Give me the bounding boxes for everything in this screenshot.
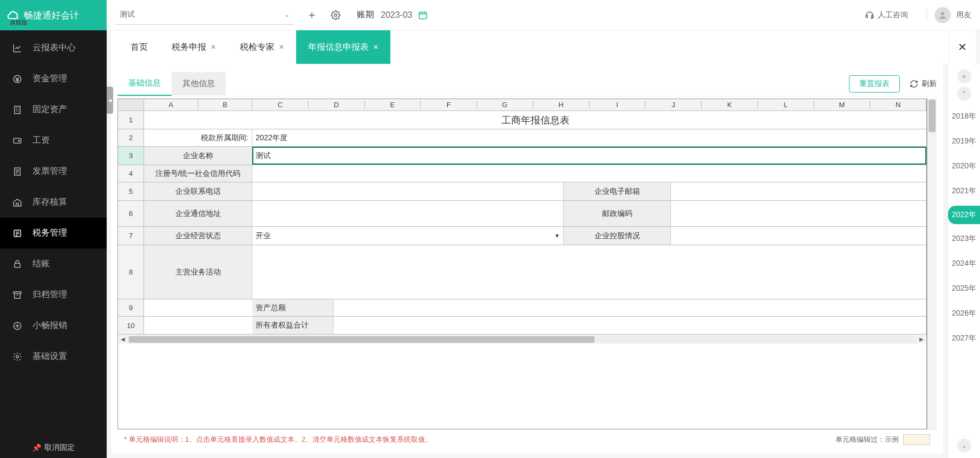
close-all-tabs[interactable]: ✕ xyxy=(949,30,976,64)
menu-invoice[interactable]: 发票管理 xyxy=(0,156,107,187)
tab-label: 税务申报 xyxy=(172,42,206,53)
row-7-header[interactable]: 7 xyxy=(118,227,144,245)
col-E[interactable]: E xyxy=(365,101,421,109)
menu-close[interactable]: 结账 xyxy=(0,248,107,279)
collapse-years-icon[interactable]: « xyxy=(957,69,971,83)
svg-rect-1 xyxy=(15,106,21,114)
cell-status-select[interactable]: 开业 xyxy=(252,227,564,245)
scroll-up-icon[interactable]: ⌃ xyxy=(957,87,971,101)
username[interactable]: 用友 xyxy=(956,10,971,20)
col-K[interactable]: K xyxy=(702,101,758,109)
h-scrollbar[interactable]: ◀ ▶ xyxy=(118,334,926,344)
add-org-button[interactable] xyxy=(306,9,318,21)
row-1-header[interactable]: 1 xyxy=(118,111,144,129)
subtab-basic[interactable]: 基础信息 xyxy=(117,71,172,96)
col-L[interactable]: L xyxy=(758,101,814,109)
col-F[interactable]: F xyxy=(421,101,477,109)
year-2027[interactable]: 2027年 xyxy=(948,326,980,351)
calendar-icon[interactable] xyxy=(417,9,429,21)
col-N[interactable]: N xyxy=(870,101,926,109)
year-2022[interactable]: 2022年 xyxy=(948,206,980,224)
cell-address-input[interactable] xyxy=(252,201,564,226)
menu-settings[interactable]: 基础设置 xyxy=(0,341,107,372)
close-icon[interactable]: ✕ xyxy=(373,43,378,51)
cell-r10-blank[interactable] xyxy=(144,317,252,334)
menu-tax[interactable]: 税务管理 xyxy=(0,218,107,248)
cell-email-input[interactable] xyxy=(671,182,926,200)
archive-icon xyxy=(12,290,23,300)
unpin-button[interactable]: 📌 取消固定 xyxy=(0,437,107,458)
tab-annual-report[interactable]: 年报信息申报表✕ xyxy=(296,30,390,64)
reset-button[interactable]: 重置报表 xyxy=(849,75,900,93)
year-2025[interactable]: 2025年 xyxy=(948,276,980,301)
cell-phone-input[interactable] xyxy=(252,182,564,200)
year-2026[interactable]: 2026年 xyxy=(948,301,980,326)
content: 基础信息 其他信息 重置报表 刷新 A xyxy=(111,64,943,454)
tab-home[interactable]: 首页 xyxy=(119,30,160,64)
cell-equity-input[interactable] xyxy=(334,317,926,334)
menu-fund[interactable]: 资金管理 xyxy=(0,63,107,94)
year-2023[interactable]: 2023年 xyxy=(948,226,980,251)
period-value[interactable]: 2023-03 xyxy=(381,10,413,20)
year-2019[interactable]: 2019年 xyxy=(948,129,980,154)
help-link[interactable]: 人工咨询 xyxy=(865,10,908,20)
settings-button[interactable] xyxy=(330,9,342,21)
menu-report-center[interactable]: 云报表中心 xyxy=(0,32,107,63)
close-icon[interactable]: ✕ xyxy=(279,43,284,51)
menu-inventory[interactable]: 库存核算 xyxy=(0,187,107,218)
row-9-header[interactable]: 9 xyxy=(118,299,144,316)
col-H[interactable]: H xyxy=(533,101,590,109)
col-D[interactable]: D xyxy=(309,101,365,109)
row-8-header[interactable]: 8 xyxy=(118,245,144,299)
tab-tax-check[interactable]: 税检专家✕ xyxy=(228,30,296,64)
row-2-header[interactable]: 2 xyxy=(118,129,144,146)
cell-company-name-input[interactable]: 测试 xyxy=(252,147,926,165)
menu-salary[interactable]: 工资 xyxy=(0,125,107,156)
scroll-left-icon[interactable]: ◀ xyxy=(118,336,128,342)
close-icon[interactable]: ✕ xyxy=(211,43,216,51)
subtab-other[interactable]: 其他信息 xyxy=(172,72,226,95)
row-6-header[interactable]: 6 xyxy=(118,201,144,226)
v-scrollbar[interactable] xyxy=(927,99,937,429)
wallet-icon xyxy=(12,135,23,146)
example-swatch xyxy=(903,434,930,445)
cell-mainbiz-input[interactable] xyxy=(252,245,926,299)
col-M[interactable]: M xyxy=(814,101,871,109)
tab-tax-filing[interactable]: 税务申报✕ xyxy=(160,30,228,64)
row-3-header[interactable]: 3 xyxy=(118,147,144,165)
row-5-header[interactable]: 5 xyxy=(118,182,144,200)
year-2020[interactable]: 2020年 xyxy=(948,154,980,179)
cell-period-value[interactable]: 2022年度 xyxy=(252,129,926,146)
cell-reg-no-input[interactable] xyxy=(252,165,926,182)
year-2024[interactable]: 2024年 xyxy=(948,251,980,276)
cell-email-label: 企业电子邮箱 xyxy=(564,182,671,200)
cell-postcode-input[interactable] xyxy=(671,201,926,226)
col-B[interactable]: B xyxy=(198,99,252,110)
year-2018[interactable]: 2018年 xyxy=(948,104,980,129)
sidebar-collapse-handle[interactable] xyxy=(107,87,113,114)
sheet-title: 工商年报信息表 xyxy=(144,111,926,129)
col-C[interactable]: C xyxy=(252,101,309,109)
col-G[interactable]: G xyxy=(477,101,533,109)
menu-label: 库存核算 xyxy=(32,197,67,208)
cell-assets-input[interactable] xyxy=(334,299,926,316)
scroll-down-icon[interactable]: ⌄ xyxy=(957,439,971,453)
menu-expense[interactable]: 小畅报销 xyxy=(0,310,107,341)
menu-archive[interactable]: 归档管理 xyxy=(0,279,107,310)
col-J[interactable]: J xyxy=(645,101,702,109)
corner-cell[interactable] xyxy=(118,99,144,110)
row-4-header[interactable]: 4 xyxy=(118,165,144,182)
scroll-right-icon[interactable]: ▶ xyxy=(917,336,926,342)
menu-fixed-asset[interactable]: 固定资产 xyxy=(0,94,107,125)
cell-r9-blank[interactable] xyxy=(144,299,252,316)
col-I[interactable]: I xyxy=(590,101,646,109)
tax-icon xyxy=(12,228,23,239)
cell-holding-input[interactable] xyxy=(671,227,926,245)
cell-period-label[interactable]: 税款所属期间: xyxy=(144,129,252,146)
year-2021[interactable]: 2021年 xyxy=(948,179,980,204)
org-select[interactable]: 测试 ⌄ xyxy=(115,5,294,25)
avatar[interactable] xyxy=(935,7,951,23)
col-A[interactable]: A xyxy=(144,99,198,110)
row-10-header[interactable]: 10 xyxy=(118,317,144,334)
refresh-button[interactable]: 刷新 xyxy=(910,79,937,89)
